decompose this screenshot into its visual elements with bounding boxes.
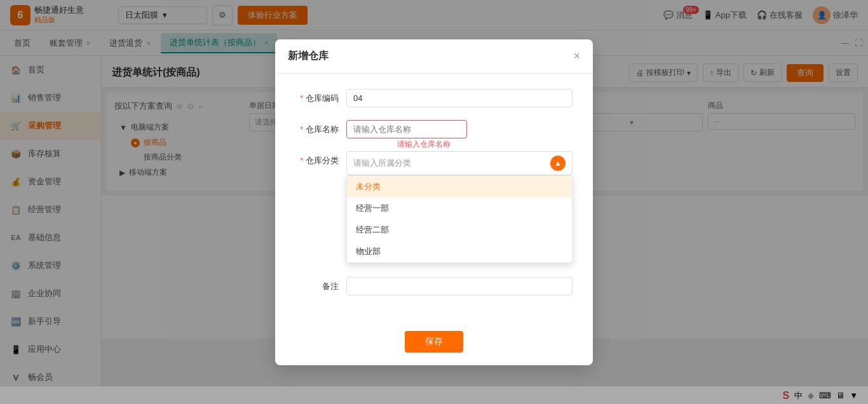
form-row-code: * 仓库编码 [295, 89, 573, 107]
name-label: * 仓库名称 [295, 120, 346, 135]
dropdown-item-uncategorized[interactable]: 未分类 [347, 176, 572, 198]
dropdown-item-property[interactable]: 物业部 [347, 241, 572, 262]
category-label: * 仓库分类 [295, 151, 346, 166]
category-dropdown-field[interactable]: 请输入所属分类 ▲ [346, 151, 573, 175]
warehouse-note-input[interactable] [346, 277, 573, 295]
modal-backdrop: 新增仓库 × * 仓库编码 * 仓库名称 请输入仓库名 [0, 0, 868, 404]
category-dropdown-arrow[interactable]: ▲ [550, 156, 566, 171]
modal-header: 新增仓库 × [275, 39, 593, 74]
name-error-message: 请输入仓库名称 [397, 139, 451, 150]
dropdown-item-dept1[interactable]: 经营一部 [347, 198, 572, 219]
modal-close-button[interactable]: × [573, 50, 580, 62]
name-field-wrapper: 请输入仓库名称 [346, 120, 573, 138]
new-warehouse-modal: 新增仓库 × * 仓库编码 * 仓库名称 请输入仓库名 [275, 39, 593, 365]
category-placeholder: 请输入所属分类 [353, 158, 550, 169]
warehouse-name-input[interactable] [346, 120, 467, 138]
save-button[interactable]: 保存 [405, 331, 463, 353]
form-row-category: * 仓库分类 请输入所属分类 ▲ 未分类 经营一部 经营二部 物业部 [295, 151, 573, 175]
form-row-name: * 仓库名称 请输入仓库名称 [295, 120, 573, 138]
dropdown-item-dept2[interactable]: 经营二部 [347, 219, 572, 241]
warehouse-code-input[interactable] [346, 89, 573, 107]
modal-title: 新增仓库 [288, 50, 329, 63]
category-dropdown-list: 未分类 经营一部 经营二部 物业部 [346, 175, 573, 263]
modal-body: * 仓库编码 * 仓库名称 请输入仓库名称 * [275, 74, 593, 323]
code-label: * 仓库编码 [295, 89, 346, 104]
form-row-note: 备注 [295, 277, 573, 295]
modal-footer: 保存 [275, 323, 593, 365]
note-label: 备注 [295, 277, 346, 292]
